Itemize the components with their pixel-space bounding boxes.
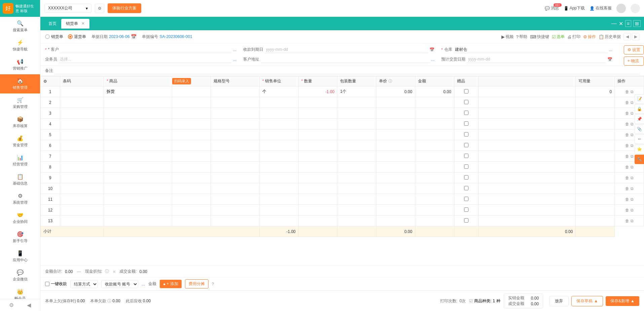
sidebar-item-search[interactable]: 🔍 搜索菜单	[0, 17, 40, 36]
rft-pin-btn[interactable]: 📌	[635, 114, 644, 124]
cell-product[interactable]	[104, 119, 172, 129]
collection-date-input[interactable]	[265, 46, 428, 53]
cell-unit[interactable]	[260, 108, 299, 119]
tab-sales[interactable]: 销货单 ✕	[61, 19, 89, 29]
cell-remark[interactable]	[479, 108, 576, 119]
cell-barcode[interactable]	[60, 151, 104, 162]
row-copy-icon[interactable]: ⧉	[631, 100, 634, 105]
scroll-prev-btn[interactable]: ◀	[623, 33, 631, 40]
cell-price[interactable]: 0.00	[376, 86, 415, 97]
cell-product[interactable]	[104, 162, 172, 172]
cell-unit[interactable]	[260, 216, 299, 226]
cell-gift[interactable]	[454, 140, 478, 151]
row-copy-icon[interactable]: ⧉	[631, 197, 634, 202]
cell-remark[interactable]	[479, 194, 576, 205]
cell-spec[interactable]	[211, 183, 260, 194]
trial-btn[interactable]: 体验行业方案	[108, 3, 141, 13]
cell-price[interactable]	[376, 162, 415, 172]
cell-barcode[interactable]	[60, 86, 104, 97]
cell-spec[interactable]	[211, 86, 260, 97]
cell-barcode[interactable]	[60, 205, 104, 216]
cell-unit[interactable]	[260, 194, 299, 205]
cell-barcode[interactable]	[60, 172, 104, 183]
radio-return[interactable]: 退货单	[68, 34, 86, 40]
cell-product[interactable]	[104, 108, 172, 119]
cell-price[interactable]	[376, 129, 415, 140]
cell-qty[interactable]	[298, 108, 337, 119]
warehouse-dots[interactable]: ...	[609, 47, 612, 52]
save-new-button[interactable]: 保存&新增 ▲	[606, 296, 639, 306]
cell-qty[interactable]	[298, 129, 337, 140]
cell-spec[interactable]	[211, 172, 260, 183]
row-delete-icon[interactable]: 🗑	[625, 176, 629, 180]
expense-help-icon[interactable]: ?	[212, 282, 214, 286]
topbar-gear-btn[interactable]: ⚙	[95, 4, 104, 13]
cell-unit[interactable]	[260, 205, 299, 216]
cell-qty[interactable]: -1.00	[298, 86, 337, 97]
cell-barcode[interactable]	[60, 183, 104, 194]
row-delete-icon[interactable]: 🗑	[625, 197, 629, 202]
tab-minimize-btn[interactable]: —	[611, 21, 617, 27]
row-copy-icon[interactable]: ⧉	[631, 165, 634, 169]
tab-close-btn[interactable]: ✕	[619, 21, 623, 27]
cell-price[interactable]	[376, 97, 415, 108]
operation-action-btn[interactable]: ⚙ 操作	[583, 34, 596, 40]
cell-spec[interactable]	[211, 194, 260, 205]
cell-barcode[interactable]	[60, 97, 104, 108]
cell-gift[interactable]	[454, 129, 478, 140]
cell-price[interactable]	[376, 140, 415, 151]
row-delete-icon[interactable]: 🗑	[625, 132, 629, 137]
sidebar-item-ops-mgmt[interactable]: 📊 经营管理	[0, 151, 40, 170]
cell-remark[interactable]	[479, 129, 576, 140]
delivery-date-input[interactable]	[467, 56, 606, 63]
help-action-btn[interactable]: ? 帮助	[516, 34, 527, 40]
cell-qty[interactable]	[298, 151, 337, 162]
tab-home[interactable]: 首页	[44, 19, 61, 29]
sidebar-collapse-btn[interactable]: ◀	[27, 302, 31, 308]
save-draft-button[interactable]: 保存草稿 ▲	[571, 296, 603, 306]
expense-btn[interactable]: 费用分摊	[185, 279, 209, 288]
cell-remark[interactable]	[479, 172, 576, 183]
cell-remark[interactable]	[479, 216, 576, 226]
sidebar-item-app-center[interactable]: 📱 应用中心	[0, 247, 40, 266]
scroll-next-btn[interactable]: ▶	[632, 33, 639, 40]
cell-qty[interactable]	[298, 172, 337, 183]
customer-input[interactable]	[60, 46, 232, 53]
cell-spec[interactable]	[211, 140, 260, 151]
cell-gift[interactable]	[454, 216, 478, 226]
row-copy-icon[interactable]: ⧉	[631, 122, 634, 126]
cell-price[interactable]	[376, 183, 415, 194]
customer-addr-dots[interactable]: ...	[431, 57, 434, 62]
row-copy-icon[interactable]: ⧉	[631, 111, 634, 116]
radio-sales[interactable]: 销货单	[45, 34, 63, 40]
sidebar-item-guide[interactable]: 🎯 新手引导	[0, 228, 40, 247]
cell-product[interactable]	[104, 216, 172, 226]
cell-spec[interactable]	[211, 129, 260, 140]
rft-edit-btn[interactable]: ✏	[635, 134, 644, 144]
delivery-date-calendar-icon[interactable]: 📅	[607, 57, 612, 62]
row-copy-icon[interactable]: ⧉	[631, 154, 634, 159]
cell-product[interactable]	[104, 183, 172, 194]
cell-remark[interactable]	[479, 140, 576, 151]
date-calendar-icon[interactable]: 📅	[131, 34, 137, 39]
cell-unit[interactable]	[260, 97, 299, 108]
row-copy-icon[interactable]: ⧉	[631, 186, 634, 191]
sidebar-item-sales-mgmt[interactable]: 🏠 销售管理	[0, 74, 40, 93]
cell-gift[interactable]	[454, 194, 478, 205]
sidebar-item-corp-collab[interactable]: 🤝 企业协同	[0, 208, 40, 228]
cell-qty[interactable]	[298, 183, 337, 194]
sidebar-item-wechat[interactable]: 💬 企业微信	[0, 266, 40, 285]
cell-qty[interactable]	[298, 216, 337, 226]
tab-layout-btn1[interactable]: ≡	[625, 20, 631, 27]
rft-note-btn[interactable]: 📝	[635, 94, 644, 104]
cell-remark[interactable]	[479, 162, 576, 172]
cell-gift[interactable]	[454, 86, 478, 97]
cell-product[interactable]	[104, 151, 172, 162]
cell-gift[interactable]	[454, 183, 478, 194]
row-delete-icon[interactable]: 🗑	[625, 165, 629, 169]
cell-gift[interactable]	[454, 205, 478, 216]
cell-unit[interactable]	[260, 162, 299, 172]
row-delete-icon[interactable]: 🗑	[625, 89, 629, 94]
rft-tool-btn[interactable]: 🔧	[635, 155, 644, 164]
row-delete-icon[interactable]: 🗑	[625, 143, 629, 148]
